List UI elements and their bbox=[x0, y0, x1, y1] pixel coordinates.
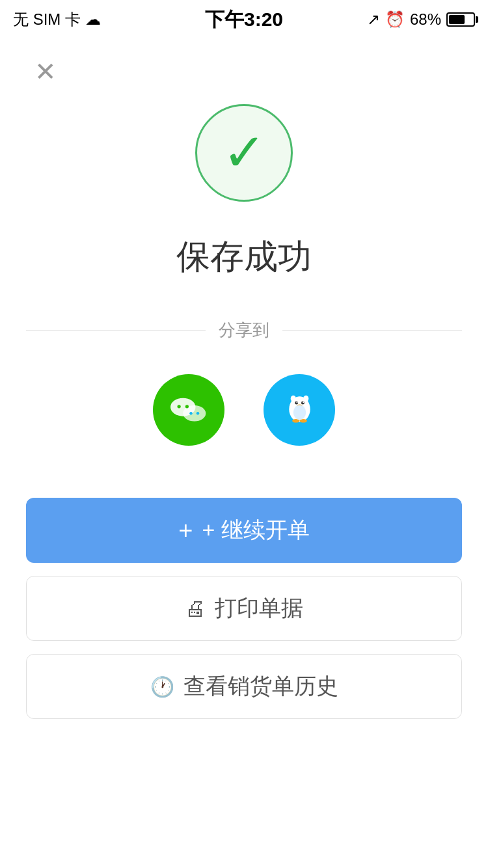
close-icon: ✕ bbox=[34, 57, 57, 87]
action-buttons: + + 继续开单 🖨 打印单据 🕐 查看销货单历史 bbox=[0, 498, 488, 719]
history-label: 查看销货单历史 bbox=[183, 671, 338, 701]
close-button[interactable]: ✕ bbox=[26, 52, 65, 91]
qq-share-button[interactable] bbox=[264, 374, 335, 446]
svg-point-17 bbox=[303, 395, 308, 401]
continue-label: + 继续开单 bbox=[202, 515, 309, 545]
sim-label: 无 SIM 卡 ☁ bbox=[13, 9, 101, 30]
battery-label: 68% bbox=[410, 10, 441, 29]
print-label: 打印单据 bbox=[215, 593, 303, 623]
svg-point-15 bbox=[293, 405, 306, 420]
svg-point-10 bbox=[296, 401, 297, 403]
gps-icon: ↗ bbox=[367, 10, 380, 29]
clock-icon: 🕐 bbox=[150, 675, 174, 698]
success-title: 保存成功 bbox=[176, 234, 312, 280]
status-left: 无 SIM 卡 ☁ bbox=[13, 9, 101, 30]
svg-point-8 bbox=[295, 401, 298, 404]
history-button[interactable]: 🕐 查看销货单历史 bbox=[26, 654, 462, 719]
divider-line-left bbox=[26, 330, 206, 331]
plus-icon: + bbox=[178, 517, 193, 545]
share-divider: 分享到 bbox=[0, 319, 488, 342]
svg-point-4 bbox=[189, 412, 192, 414]
status-time: 下午3:20 bbox=[205, 7, 283, 33]
checkmark-icon: ✓ bbox=[223, 127, 266, 179]
status-right: ↗ ⏰ 68% bbox=[367, 10, 475, 29]
divider-line-right bbox=[282, 330, 462, 331]
battery-icon bbox=[446, 12, 475, 27]
svg-point-5 bbox=[197, 412, 199, 414]
svg-point-16 bbox=[290, 395, 295, 401]
svg-point-3 bbox=[185, 405, 189, 408]
qq-icon bbox=[278, 389, 321, 431]
main-content: ✓ 保存成功 分享到 bbox=[0, 39, 488, 719]
share-icons-row bbox=[153, 374, 335, 446]
share-label: 分享到 bbox=[206, 319, 282, 342]
svg-point-9 bbox=[301, 401, 304, 404]
print-button[interactable]: 🖨 打印单据 bbox=[26, 576, 462, 641]
wechat-share-button[interactable] bbox=[153, 374, 224, 446]
continue-button[interactable]: + + 继续开单 bbox=[26, 498, 462, 563]
svg-point-11 bbox=[303, 401, 304, 403]
print-icon: 🖨 bbox=[185, 597, 206, 621]
success-circle: ✓ bbox=[195, 104, 293, 202]
wechat-icon bbox=[166, 387, 211, 433]
status-bar: 无 SIM 卡 ☁ 下午3:20 ↗ ⏰ 68% bbox=[0, 0, 488, 39]
svg-point-2 bbox=[178, 405, 181, 408]
alarm-icon: ⏰ bbox=[385, 10, 405, 29]
